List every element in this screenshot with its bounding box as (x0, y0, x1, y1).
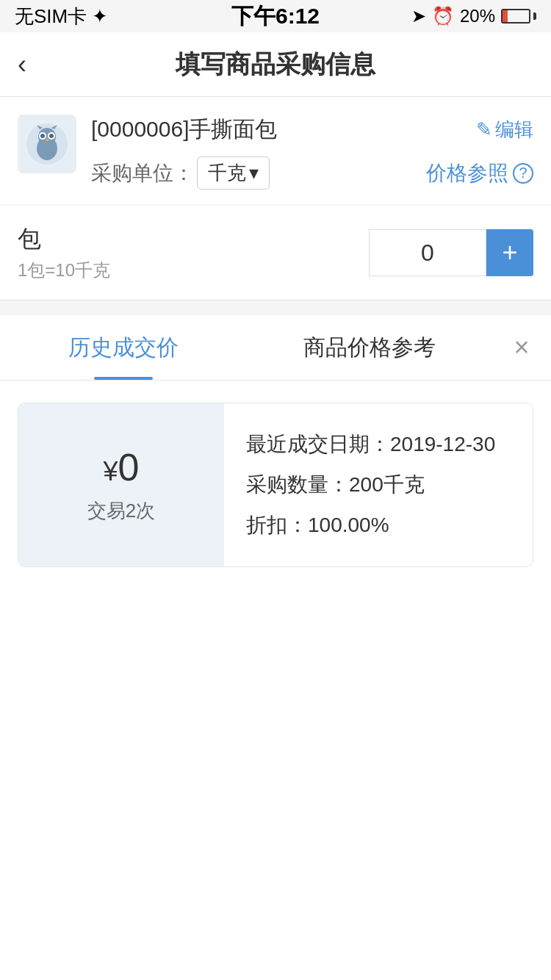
price-card-left: ¥0 交易2次 (18, 403, 224, 566)
quantity-unit-name: 包 (18, 223, 369, 256)
price-display: ¥0 (104, 445, 140, 489)
unit-row: 采购单位： 千克 ▾ 价格参照 ? (91, 156, 533, 190)
status-bar: 无SIM卡 ✦ 下午6:12 ➤ ⏰ 20% (0, 0, 551, 32)
location-icon: ➤ (411, 6, 426, 26)
page-title: 填写商品采购信息 (176, 48, 375, 82)
product-row: [0000006]手撕面包 ✎ 编辑 采购单位： 千克 ▾ 价格参照 ? (18, 115, 533, 190)
purchase-qty-row: 采购数量：200千克 (246, 470, 511, 499)
battery-icon (501, 9, 536, 24)
owl-logo-icon (25, 122, 69, 166)
carrier-text: 无SIM卡 ✦ (15, 4, 108, 29)
unit-dropdown[interactable]: 千克 ▾ (197, 156, 270, 190)
unit-select-group: 采购单位： 千克 ▾ (91, 156, 270, 190)
discount-value: 100.00% (308, 514, 389, 536)
status-time: 下午6:12 (231, 1, 320, 32)
status-left: 无SIM卡 ✦ (15, 4, 108, 29)
discount-row: 折扣：100.00% (246, 511, 511, 539)
product-name: [0000006]手撕面包 (91, 115, 277, 145)
svg-point-6 (49, 134, 54, 138)
price-ref-question-icon: ? (513, 163, 533, 184)
bottom-area (0, 589, 551, 980)
tab-close-button[interactable]: × (492, 315, 551, 380)
discount-label: 折扣： (246, 514, 308, 536)
purchase-unit-label: 采购单位： (91, 159, 194, 187)
product-card: [0000006]手撕面包 ✎ 编辑 采购单位： 千克 ▾ 价格参照 ? (0, 97, 551, 204)
dropdown-arrow-icon: ▾ (249, 162, 259, 184)
recent-date-value: 2019-12-30 (390, 433, 495, 455)
tab-bar: 历史成交价 商品价格参考 × (0, 315, 551, 381)
quantity-unit-hint: 1包=10千克 (18, 259, 369, 282)
tab-history-price-label: 历史成交价 (68, 333, 179, 363)
quantity-label-group: 包 1包=10千克 (18, 223, 369, 282)
quantity-controls: 0 + (369, 229, 533, 276)
tab-active-underline (94, 377, 153, 380)
battery-body (501, 9, 530, 24)
quantity-plus-button[interactable]: + (486, 229, 533, 276)
price-card: ¥0 交易2次 最近成交日期：2019-12-30 采购数量：200千克 折扣：… (18, 403, 533, 567)
content-area: ¥0 交易2次 最近成交日期：2019-12-30 采购数量：200千克 折扣：… (0, 381, 551, 589)
battery-tip (533, 12, 536, 20)
status-right: ➤ ⏰ 20% (411, 6, 536, 26)
tab-product-price-ref[interactable]: 商品价格参考 (246, 315, 492, 380)
edit-button[interactable]: ✎ 编辑 (476, 117, 533, 143)
edit-label: 编辑 (495, 117, 533, 143)
tab-product-price-ref-label: 商品价格参考 (303, 333, 436, 363)
trade-count: 交易2次 (87, 498, 155, 524)
price-amount: 0 (118, 446, 140, 489)
price-ref-label: 价格参照 (426, 159, 508, 187)
battery-fill (503, 10, 508, 22)
alarm-icon: ⏰ (432, 6, 454, 26)
tab-history-price[interactable]: 历史成交价 (0, 315, 246, 380)
product-info: [0000006]手撕面包 ✎ 编辑 采购单位： 千克 ▾ 价格参照 ? (91, 115, 533, 190)
quantity-section: 包 1包=10千克 0 + (0, 206, 551, 300)
battery-text: 20% (460, 6, 495, 26)
svg-point-5 (40, 134, 45, 138)
price-card-right: 最近成交日期：2019-12-30 采购数量：200千克 折扣：100.00% (224, 403, 533, 566)
recent-date-label: 最近成交日期： (246, 433, 390, 455)
currency-symbol: ¥ (104, 456, 118, 486)
quantity-input[interactable]: 0 (369, 229, 486, 276)
back-button[interactable]: ‹ (18, 49, 26, 80)
unit-value: 千克 (208, 160, 246, 186)
purchase-qty-value: 200千克 (349, 473, 425, 496)
product-thumbnail (18, 115, 76, 173)
product-header: [0000006]手撕面包 ✎ 编辑 (91, 115, 533, 145)
nav-bar: ‹ 填写商品采购信息 (0, 32, 551, 97)
price-ref-button[interactable]: 价格参照 ? (426, 159, 533, 187)
recent-date-row: 最近成交日期：2019-12-30 (246, 430, 511, 458)
purchase-qty-label: 采购数量： (246, 473, 349, 496)
edit-icon: ✎ (476, 118, 492, 141)
